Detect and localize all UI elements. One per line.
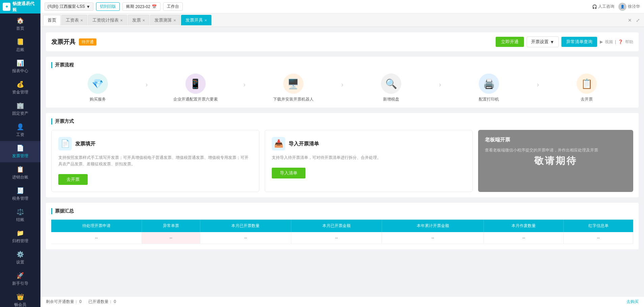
- method-card-fill-header: 📄 发票填开: [58, 137, 252, 150]
- page-header: 发票开具 待开通 立即开通 开票设置 ▼ 异常清单查询 ▶ 视频 | ❓ 帮助: [46, 32, 639, 51]
- col-year-amount: 本年累计开票金额: [382, 220, 484, 232]
- fill-card-btn[interactable]: 去开票: [58, 174, 88, 185]
- tab-home-label: 首页: [48, 17, 56, 23]
- settings-icon: ⚙️: [17, 251, 24, 258]
- flow-step-buy[interactable]: 💎 购买服务: [51, 74, 144, 102]
- invoice-icon: 📄: [17, 144, 24, 152]
- col-abnormal: 异常单票: [142, 220, 200, 232]
- flow-step-taxbox[interactable]: 🔍 新增税盘: [345, 74, 437, 102]
- sidebar-item-home[interactable]: 🏠 首页: [0, 13, 40, 35]
- method-cards: 📄 发票填开 支持按照发票样式手工填写开发票；可开具增值税电子普通发票、增值税普…: [51, 130, 633, 192]
- salary-icon: 👤: [17, 123, 24, 131]
- sidebar-item-salary[interactable]: 👤 工资: [0, 120, 40, 141]
- tab-invoice-calc[interactable]: 发票测算 ✕: [150, 15, 180, 25]
- col-month-qty: 本月已开票数量: [200, 220, 291, 232]
- sidebar-item-vip[interactable]: 👑 畅会员: [0, 290, 40, 307]
- vip-icon: 👑: [17, 293, 24, 301]
- flow-step-buy-icon: 💎: [88, 74, 108, 94]
- open-now-btn[interactable]: 立即开通: [496, 37, 524, 47]
- tab-salary-stats-close[interactable]: ✕: [120, 19, 123, 22]
- tab-salary-table[interactable]: 工资表 ✕: [61, 15, 87, 25]
- cell-month-qty: --: [200, 232, 291, 244]
- page-actions: 立即开通 开票设置 ▼ 异常清单查询 ▶ 视频 | ❓ 帮助: [496, 36, 633, 47]
- sidebar-item-guide[interactable]: 🚀 新手引导: [0, 269, 40, 290]
- cell-void-qty: --: [484, 232, 564, 244]
- cell-abnormal: --: [142, 232, 200, 244]
- sidebar-item-purchase[interactable]: 📋 进销台账: [0, 162, 40, 184]
- tab-invoice-issue-close[interactable]: ✕: [204, 19, 207, 22]
- period-selector[interactable]: 账期 2023-02 📅: [122, 2, 160, 11]
- tab-invoice-list-close[interactable]: ✕: [142, 19, 145, 22]
- tab-invoice-issue[interactable]: 发票开具 ✕: [181, 15, 211, 25]
- col-void-qty: 本月作废数量: [484, 220, 564, 232]
- user-profile[interactable]: 👤 徐泾华: [618, 3, 640, 11]
- period-value: 2023-02: [136, 4, 150, 9]
- sidebar-item-settings[interactable]: ⚙️ 设置: [0, 247, 40, 269]
- sidebar-label-guide: 新手引导: [12, 281, 28, 286]
- sidebar-label-settings: 设置: [16, 259, 24, 265]
- company-tag: (勾到): [48, 4, 58, 9]
- page-content: 发票开具 待开通 立即开通 开票设置 ▼ 异常清单查询 ▶ 视频 | ❓ 帮助: [40, 27, 644, 296]
- buy-link[interactable]: 去购买: [626, 299, 639, 305]
- support-btn[interactable]: 🎧 人工咨询: [592, 4, 614, 9]
- method-card-import-header: 📥 导入开票清单: [272, 137, 466, 150]
- tax-icon: 🧾: [17, 187, 24, 194]
- calendar-icon: 📅: [152, 4, 157, 9]
- sidebar-label-salary: 工资: [16, 132, 24, 138]
- workspace-btn[interactable]: 工作台: [163, 2, 183, 11]
- sidebar-label-settle: 结账: [16, 217, 24, 223]
- flow-step-setup[interactable]: 📱 企业开通配置开票六要素: [149, 74, 242, 102]
- tab-invoice-calc-label: 发票测算: [154, 17, 172, 23]
- tab-salary-table-close[interactable]: ✕: [80, 19, 83, 22]
- flow-step-printer[interactable]: 🖨️ 配置打印机: [442, 74, 535, 102]
- open-settings-btn[interactable]: 开票设置 ▼: [527, 36, 559, 47]
- sidebar-item-tax[interactable]: 🧾 税务管理: [0, 184, 40, 205]
- period-label: 账期: [126, 4, 134, 9]
- flow-arrow-4: ›: [439, 81, 441, 95]
- company-selector[interactable]: (勾到) 江西服室-LSS ▼: [45, 2, 93, 11]
- tab-invoice-list-label: 发票: [132, 17, 141, 23]
- summary-table-header: 待处理开票申请 异常单票 本月已开票数量 本月已开票金额 本年累计开票金额 本月…: [51, 220, 633, 232]
- col-pending: 待处理开票申请: [51, 220, 142, 232]
- topbar-left: (勾到) 江西服室-LSS ▼ 切到旧版 账期 2023-02 📅 工作台: [45, 2, 183, 11]
- tab-home[interactable]: 首页: [43, 15, 61, 25]
- sidebar-item-ledger[interactable]: 📒 总账: [0, 35, 40, 56]
- flow-step-download[interactable]: 🖥️ 下载并安装开票机器人: [247, 74, 340, 102]
- sidebar-label-ledger: 总账: [16, 47, 24, 53]
- switch-to-old-btn[interactable]: 切到旧版: [96, 2, 120, 11]
- method-section: 开票方式 📄 发票填开 支持按照发票样式手工填写开发票；可开具增值税电子普通发票…: [46, 113, 639, 197]
- flow-step-download-label: 下载并安装开票机器人: [273, 96, 314, 102]
- help-label[interactable]: 帮助: [625, 39, 633, 45]
- close-tab-btn[interactable]: ✕: [626, 17, 633, 24]
- remaining-label: 剩余可开通数量：: [46, 299, 78, 304]
- video-tool-label[interactable]: 视频: [605, 39, 613, 45]
- tab-invoice-list[interactable]: 发票 ✕: [128, 15, 149, 25]
- sidebar-item-assets[interactable]: 🏢 固定资产: [0, 99, 40, 120]
- sidebar-item-invoice[interactable]: 📄 发票管理: [0, 141, 40, 162]
- home-icon: 🏠: [17, 17, 24, 24]
- abnormal-query-btn[interactable]: 异常清单查询: [561, 37, 597, 47]
- summary-table-row: -- -- -- -- -- -- --: [51, 232, 633, 244]
- sidebar-label-vip: 畅会员: [14, 302, 26, 307]
- flow-section: 开票流程 💎 购买服务 › 📱 企业开通配置开票六要素 › 🖥️ 下载并安装开票…: [46, 57, 639, 108]
- tab-invoice-issue-label: 发票开具: [185, 17, 203, 23]
- import-card-icon: 📥: [272, 137, 285, 150]
- page-title: 发票开具: [51, 38, 76, 46]
- import-card-title: 导入开票清单: [289, 141, 319, 147]
- sidebar: ✦ 畅捷通易代账 🏠 首页 📒 总账 📊 报表中心 💰 资金管理 🏢 固定资产 …: [0, 0, 40, 307]
- method-card-old: 老板端开票 查看老板端微信小程序提交的开票申请，并作出相应处理及开票 敬请期待: [478, 130, 633, 192]
- flow-step-printer-label: 配置打印机: [479, 96, 499, 102]
- tab-invoice-calc-close[interactable]: ✕: [173, 19, 176, 22]
- import-card-btn[interactable]: 导入清单: [272, 168, 305, 178]
- sidebar-item-settle[interactable]: ⚖️ 结账: [0, 205, 40, 226]
- flow-step-issue[interactable]: 📋 去开票: [540, 74, 633, 102]
- tab-salary-stats[interactable]: 工资统计报表 ✕: [88, 15, 127, 25]
- sidebar-item-funds[interactable]: 💰 资金管理: [0, 77, 40, 99]
- restore-tab-btn[interactable]: ⤢: [635, 17, 641, 24]
- fill-card-desc: 支持按照发票样式手工填写开发票；可开具增值税电子普通发票、增值税普通发票、增值税…: [58, 155, 252, 167]
- sidebar-label-home: 首页: [16, 26, 24, 31]
- sidebar-item-reports[interactable]: 📊 报表中心: [0, 56, 40, 77]
- method-card-fill: 📄 发票填开 支持按照发票样式手工填写开发票；可开具增值税电子普通发票、增值税普…: [51, 130, 259, 192]
- logo-icon: ✦: [3, 3, 10, 11]
- sidebar-item-archive[interactable]: 📁 归档管理: [0, 226, 40, 247]
